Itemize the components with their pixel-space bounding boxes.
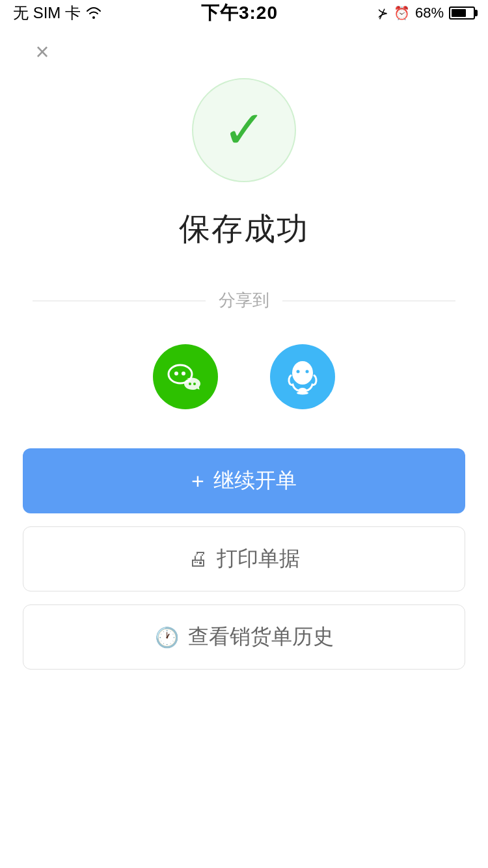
history-icon: 🕐 [155,626,179,649]
checkmark-icon: ✓ [223,104,266,156]
svg-point-2 [182,372,185,375]
alarm-icon: ⏰ [394,5,410,21]
close-icon: × [35,40,49,64]
battery-icon-container [449,7,475,20]
status-time: 下午3:20 [201,1,278,25]
wechat-icon [165,356,206,398]
share-icons [153,344,335,409]
battery-icon [449,7,475,20]
carrier-wifi: 无 SIM 卡 [13,3,102,23]
qq-icon [282,356,323,398]
svg-point-1 [174,372,178,375]
history-label: 查看销货单历史 [188,623,334,651]
location-icon: ⊁ [377,5,388,21]
history-button[interactable]: 🕐 查看销货单历史 [23,604,465,670]
status-right-icons: ⊁ ⏰ 68% [377,5,475,21]
share-divider: 分享到 [0,289,488,312]
continue-plus-icon: + [191,468,204,494]
wifi-icon [86,7,102,19]
success-title: 保存成功 [179,208,309,250]
svg-point-6 [297,370,300,373]
carrier-text: 无 SIM 卡 [13,3,81,23]
wechat-share-button[interactable] [153,344,218,409]
continue-order-label: 继续开单 [213,467,297,495]
share-section: 分享到 [0,289,488,409]
actions-section: + 继续开单 🖨 打印单据 🕐 查看销货单历史 [23,448,465,670]
svg-point-5 [292,361,313,385]
continue-order-button[interactable]: + 继续开单 [23,448,465,513]
battery-fill [452,9,466,17]
svg-point-3 [189,383,191,385]
svg-point-7 [306,370,309,373]
status-bar: 无 SIM 卡 下午3:20 ⊁ ⏰ 68% [0,0,488,26]
battery-percent: 68% [415,5,444,21]
print-icon: 🖨 [188,548,208,570]
close-button[interactable]: × [26,36,59,68]
print-label: 打印单据 [217,545,300,573]
main-content: ✓ 保存成功 分享到 [0,26,488,670]
print-button[interactable]: 🖨 打印单据 [23,526,465,591]
svg-point-10 [297,392,308,395]
qq-share-button[interactable] [270,344,335,409]
success-circle: ✓ [192,78,296,182]
svg-point-4 [193,383,196,385]
share-label: 分享到 [206,289,282,312]
